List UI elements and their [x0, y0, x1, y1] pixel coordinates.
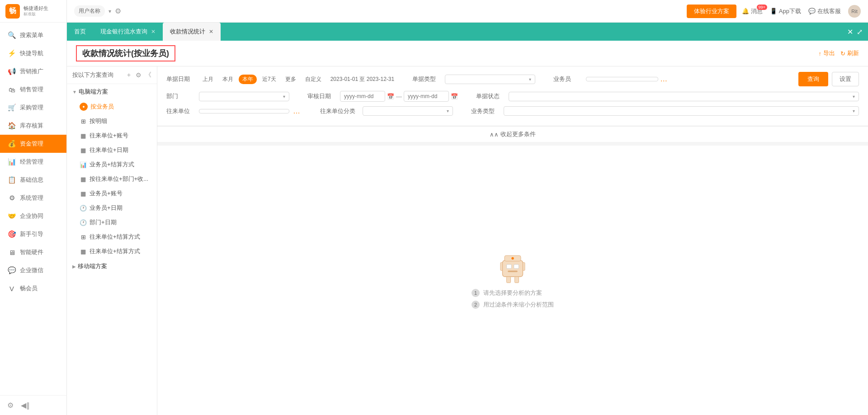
collapse-sidebar-icon[interactable]: ◀‖	[21, 401, 30, 410]
logo-text: 畅捷通好生	[24, 5, 48, 11]
plan-item-salesperson-date[interactable]: 🕐 业务员+日期	[67, 201, 157, 215]
user-name[interactable]: 用户名称	[74, 5, 105, 17]
partner-category-arrow-icon: ▾	[447, 108, 449, 113]
sidebar-item-wechat[interactable]: 💬 企业微信	[0, 261, 66, 279]
avatar[interactable]: Rit	[848, 5, 861, 18]
unit-dept-icon: ▦	[80, 175, 87, 183]
export-button[interactable]: ↑ 导出	[819, 49, 835, 57]
topbar: 用户名称 ▾ ⚙ 体验行业方案 🔔 消息 99+ 📱 App下载 💬 在线客服 …	[67, 0, 868, 23]
topbar-chevron-icon[interactable]: ▾	[108, 8, 111, 14]
collapse-icon: ∧∧	[490, 131, 499, 138]
svg-rect-8	[507, 277, 511, 283]
sidebar-item-basic[interactable]: 📋 基础信息	[0, 171, 66, 189]
operation-icon: 📊	[7, 157, 16, 166]
sidebar-item-enterprise[interactable]: 🤝 企业协同	[0, 207, 66, 225]
sidebar-item-marketing[interactable]: 📢 营销推广	[0, 62, 66, 80]
plan-item-salesperson-settle[interactable]: 📊 业务员+结算方式	[67, 157, 157, 172]
doc-status-select[interactable]: ▾	[509, 92, 859, 101]
plan-item-unit-date[interactable]: ▦ 往来单位+日期	[67, 143, 157, 157]
review-date-start-input[interactable]	[340, 91, 385, 102]
topbar-gear-icon[interactable]: ⚙	[115, 7, 121, 15]
basic-icon: 📋	[7, 175, 16, 184]
setting-button[interactable]: 设置	[832, 72, 859, 86]
plan-item-salesperson-account[interactable]: ▦ 业务员+账号	[67, 186, 157, 201]
collapse-plan-icon[interactable]: 《	[145, 71, 151, 79]
plan-item-unit-account[interactable]: ▦ 往来单位+账号	[67, 128, 157, 143]
salesperson-select[interactable]	[586, 77, 658, 81]
messages-button[interactable]: 🔔 消息 99+	[742, 7, 763, 15]
collapse-bar[interactable]: ∧∧ 收起更多条件	[157, 126, 868, 142]
plan-item-detail[interactable]: ⊞ 按明细	[67, 114, 157, 128]
app-icon: 📱	[770, 8, 777, 14]
plan-item-unit-dept[interactable]: ▦ 按往来单位+部门+收...	[67, 172, 157, 186]
dept-select[interactable]: ▾	[199, 92, 289, 101]
plan-item-dept-date[interactable]: 🕐 部门+日期	[67, 215, 157, 230]
hardware-icon: 🖥	[7, 248, 16, 257]
date-tab-more[interactable]: 更多	[282, 75, 300, 84]
review-date-end-input[interactable]	[404, 91, 449, 102]
page-title-box: 收款情况统计(按业务员)	[76, 45, 175, 61]
sidebar-item-operation[interactable]: 📊 经营管理	[0, 153, 66, 171]
plan-item-salesperson[interactable]: ● 按业务员	[67, 99, 157, 114]
sidebar-item-guide[interactable]: 🎯 新手引导	[0, 225, 66, 243]
date-tab-7days[interactable]: 近7天	[259, 75, 280, 84]
sidebar-label-quicknav: 快捷导航	[20, 49, 43, 57]
plan-item-unit-settle1[interactable]: ⊞ 往来单位+结算方式	[67, 230, 157, 244]
partner-category-label: 往来单位分类	[320, 107, 355, 115]
settings-plan-icon[interactable]: ⚙	[136, 71, 142, 79]
partner-input-group: …	[199, 107, 302, 115]
sidebar-item-finance[interactable]: 💰 资金管理	[0, 135, 66, 153]
tab-collection[interactable]: 收款情况统计 ✕	[163, 23, 221, 41]
svg-rect-6	[500, 263, 503, 271]
sidebar-label-wechat: 企业微信	[20, 266, 43, 274]
doc-type-select[interactable]: ▾	[445, 75, 535, 84]
settings-bottom-icon[interactable]: ⚙	[7, 401, 14, 410]
trial-button[interactable]: 体验行业方案	[687, 5, 736, 18]
dept-date-icon: 🕐	[80, 219, 87, 226]
topbar-right: 🔔 消息 99+ 📱 App下载 💬 在线客服 Rit	[742, 5, 861, 18]
refresh-button[interactable]: ↻ 刷新	[840, 49, 859, 57]
partner-more-icon[interactable]: …	[293, 107, 300, 115]
unit-account-icon: ▦	[80, 132, 87, 139]
tab-collection-close-icon[interactable]: ✕	[209, 28, 213, 35]
sidebar-item-inventory[interactable]: 🏠 库存核算	[0, 117, 66, 135]
collapse-label: 收起更多条件	[500, 130, 536, 138]
sidebar-item-search[interactable]: 🔍 搜索菜单	[0, 26, 66, 44]
tab-maximize-icon[interactable]: ⤢	[857, 28, 863, 36]
doc-type-arrow-icon: ▾	[529, 77, 531, 82]
date-tab-this-year[interactable]: 本年	[239, 75, 257, 84]
sidebar-item-hardware[interactable]: 🖥 智能硬件	[0, 243, 66, 261]
plan-item-detail-label: 按明细	[90, 117, 107, 125]
tab-bank-close-icon[interactable]: ✕	[151, 28, 156, 35]
query-button[interactable]: 查询	[798, 72, 828, 86]
app-download-button[interactable]: 📱 App下载	[770, 7, 801, 15]
sidebar-item-quicknav[interactable]: ⚡ 快捷导航	[0, 44, 66, 62]
tab-home[interactable]: 首页	[67, 23, 93, 41]
message-bell-icon: 🔔	[742, 8, 749, 14]
plan-group-desktop-header[interactable]: ▼ 电脑端方案	[67, 84, 157, 99]
tab-close-window-icon[interactable]: ✕	[847, 28, 853, 36]
biz-type-select[interactable]: ▾	[504, 106, 859, 116]
online-service-button[interactable]: 💬 在线客服	[808, 7, 841, 15]
plan-group-desktop-label: 电脑端方案	[79, 88, 108, 96]
date-tab-last-month[interactable]: 上月	[199, 75, 217, 84]
add-plan-icon[interactable]: ＋	[126, 71, 132, 79]
plan-item-unit-settle2[interactable]: ▦ 往来单位+结算方式	[67, 244, 157, 259]
review-date-label: 审核日期	[307, 92, 333, 100]
review-date-separator: —	[396, 93, 402, 100]
empty-step-2: 2 用过滤条件来缩小分析范围	[472, 301, 554, 309]
tab-bank[interactable]: 现金银行流水查询 ✕	[93, 23, 163, 41]
date-tab-custom[interactable]: 自定义	[302, 75, 325, 84]
plan-group-mobile-arrow-icon: ▶	[72, 264, 76, 269]
partner-select[interactable]	[199, 109, 289, 113]
partner-category-select[interactable]: ▾	[363, 106, 453, 116]
plan-group-mobile-header[interactable]: ▶ 移动端方案	[67, 259, 157, 274]
date-tab-this-month[interactable]: 本月	[219, 75, 237, 84]
sidebar-item-system[interactable]: ⚙ 系统管理	[0, 189, 66, 207]
sidebar-item-member[interactable]: V 畅会员	[0, 279, 66, 297]
salesperson-more-icon[interactable]: …	[660, 75, 667, 83]
messages-badge: 99+	[757, 5, 767, 10]
sidebar-item-purchase[interactable]: 🛒 采购管理	[0, 99, 66, 117]
biz-type-arrow-icon: ▾	[853, 108, 855, 113]
sidebar-item-sales[interactable]: 🛍 销售管理	[0, 80, 66, 99]
